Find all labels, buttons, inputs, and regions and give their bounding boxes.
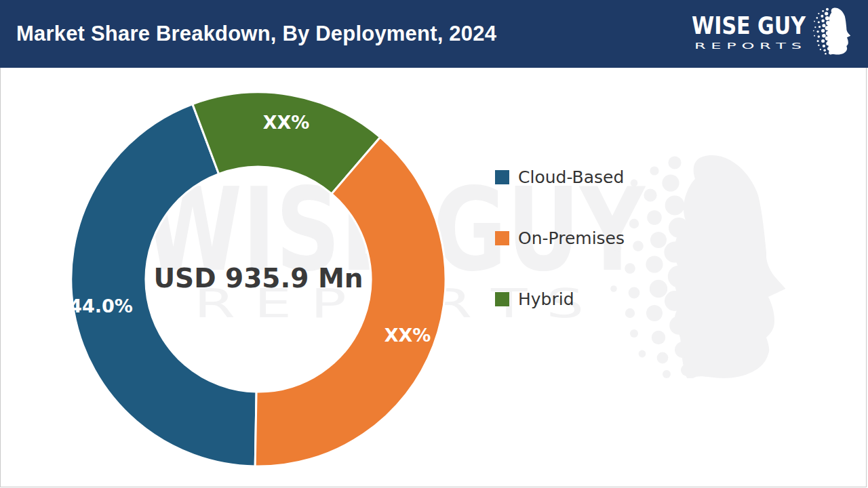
slice-on-premises[interactable] [255,137,446,466]
legend-item-cloud-based[interactable]: Cloud-Based [495,167,625,186]
header: Market Share Breakdown, By Deployment, 2… [0,0,868,68]
legend: Cloud-BasedOn-PremisesHybrid [495,167,625,350]
wise-guy-logo: WISE GUY R E P O R T S [690,4,853,64]
legend-swatch-on-premises [495,231,509,245]
donut-center-value: USD 935.9 Mn [153,263,363,293]
legend-swatch-hybrid [495,292,509,306]
screenshot-root: Market Share Breakdown, By Deployment, 2… [0,0,868,488]
chart-area: WISE GUY R E P O R T S 44.0%XX%XX% USD 9… [0,68,867,487]
slice-label-on-premises: XX% [384,325,431,346]
slice-label-cloud-based: 44.0% [69,296,133,317]
legend-label-cloud-based: Cloud-Based [518,167,624,187]
legend-swatch-cloud-based [495,170,509,184]
logo-subtext: R E P O R T S [694,41,802,51]
legend-label-on-premises: On-Premises [518,228,625,248]
logo-graphic: WISE GUY R E P O R T S [690,4,853,64]
page-title: Market Share Breakdown, By Deployment, 2… [16,22,496,46]
legend-item-hybrid[interactable]: Hybrid [495,289,625,308]
slice-label-hybrid: XX% [263,112,310,133]
legend-item-on-premises[interactable]: On-Premises [495,228,625,247]
donut-chart: 44.0%XX%XX% [1,68,867,487]
logo-head-icon [813,7,850,54]
logo-wordmark: WISE GUY [692,12,806,39]
legend-label-hybrid: Hybrid [518,289,574,309]
